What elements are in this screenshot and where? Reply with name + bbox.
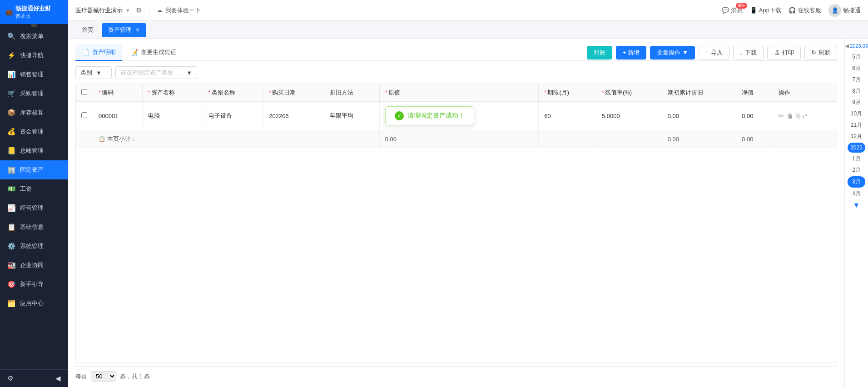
import-button[interactable]: ↑ 导入 xyxy=(699,46,729,60)
row-checkbox-cell xyxy=(76,102,93,130)
collapse-sidebar-icon[interactable]: ◀ xyxy=(55,374,61,382)
month-11[interactable]: 11月 xyxy=(845,119,868,131)
asset-category-select[interactable]: 请选择固定资产类别 ▼ xyxy=(115,66,197,79)
month-6[interactable]: 6月 xyxy=(845,63,868,74)
message-badge: 99+ xyxy=(736,3,747,9)
month-4[interactable]: 4月 xyxy=(845,188,868,199)
change-voucher-icon: 📝 xyxy=(130,49,138,56)
th-purchase-date: *购买日期 xyxy=(263,84,324,102)
subtotal-original-value: 0.00 xyxy=(379,130,539,148)
sidebar-item-apps[interactable]: 🗂️ 应用中心 xyxy=(0,294,68,313)
headset-icon: 🎧 xyxy=(789,7,796,14)
month-10[interactable]: 10月 xyxy=(845,108,868,119)
per-page-select[interactable]: 50 100 200 xyxy=(91,371,116,382)
sidebar-item-ledger[interactable]: 📒 总账管理 xyxy=(0,141,68,160)
fixed-icon: 🏢 xyxy=(7,166,15,174)
sidebar-item-label: 基础信息 xyxy=(20,223,44,231)
sidebar-item-label: 搜索菜单 xyxy=(20,32,44,40)
sidebar-item-operations[interactable]: 📈 经营管理 xyxy=(0,198,68,218)
timeline-down-btn[interactable]: ▼ xyxy=(851,199,862,211)
sidebar-item-inventory[interactable]: 📦 库存核算 xyxy=(0,103,68,122)
category-placeholder: 请选择固定资产类别 xyxy=(120,69,183,77)
enterprise-icon: 🏭 xyxy=(7,261,15,269)
row-residual-rate: 5.0000 xyxy=(596,102,662,130)
month-12[interactable]: 12月 xyxy=(845,131,868,142)
month-8[interactable]: 8月 xyxy=(845,85,868,97)
select-all-checkbox[interactable] xyxy=(81,89,87,95)
th-code: *编码 xyxy=(93,84,143,102)
sidebar-item-enterprise[interactable]: 🏭 企业协同 xyxy=(0,256,68,275)
sub-tab-asset-detail-label: 资产明细 xyxy=(92,48,116,56)
sidebar-item-search[interactable]: 🔍 搜索菜单 xyxy=(0,27,68,46)
row-name: 电脑 xyxy=(142,102,203,130)
month-1[interactable]: 1月 xyxy=(845,153,868,164)
settings-gear-icon[interactable]: ⚙ xyxy=(136,6,142,15)
delete-icon[interactable]: 🗑 xyxy=(787,112,793,119)
sidebar-item-label: 总账管理 xyxy=(20,147,44,155)
messages-btn[interactable]: 💬 消息 99+ xyxy=(722,6,743,15)
sidebar: 💼 畅捷通好业财 普及版 🔍 搜索菜单 ⚡ 快捷导航 📊 销售管理 🛒 采购管理… xyxy=(0,0,68,387)
sidebar-item-guide[interactable]: 🎯 新手引导 xyxy=(0,275,68,294)
batch-button[interactable]: 批量操作 ▼ xyxy=(650,46,695,60)
sidebar-item-fixed[interactable]: 🏢 固定资产 xyxy=(0,160,68,179)
row-checkbox[interactable] xyxy=(81,112,87,118)
success-toast: ✓ 清理固定资产成功！ xyxy=(385,106,474,125)
sidebar-item-sales[interactable]: 📊 销售管理 xyxy=(0,65,68,84)
sidebar-item-purchase[interactable]: 🛒 采购管理 xyxy=(0,84,68,103)
tab-close-icon[interactable]: ✕ xyxy=(135,27,140,33)
per-page-label: 每页 xyxy=(75,372,87,381)
timeline-collapse-btn[interactable]: ◀ xyxy=(845,43,849,49)
sidebar-item-system[interactable]: ⚙️ 系统管理 xyxy=(0,237,68,256)
sidebar-item-basic[interactable]: 📋 基础信息 xyxy=(0,218,68,237)
experience-icon: ☁ xyxy=(157,7,163,14)
app-download-btn[interactable]: 📱 App下载 xyxy=(750,6,781,15)
subtotal-empty-3 xyxy=(596,130,662,148)
user-profile-btn[interactable]: 👤 畅捷通 xyxy=(828,4,861,17)
app-logo: 💼 畅捷通好业财 普及版 xyxy=(0,0,68,24)
experience-btn[interactable]: ☁ 我要体验一下 xyxy=(157,6,201,15)
content-area: 📄 资产明细 📝 变更生成凭证 对账 + 新增 批量操作 ▼ xyxy=(68,39,868,387)
pagination-bar: 每页 50 100 200 条，共 1 条 xyxy=(75,366,837,382)
dropdown-icon: ▼ xyxy=(682,49,688,56)
refresh-button[interactable]: ↻ 刷新 xyxy=(804,46,837,60)
tab-asset-mgmt[interactable]: 资产管理 ✕ xyxy=(102,23,146,37)
month-7[interactable]: 7月 xyxy=(845,74,868,85)
tab-home[interactable]: 首页 xyxy=(75,23,100,37)
print-button[interactable]: 🖨 打印 xyxy=(767,46,801,60)
reconcile-button[interactable]: 对账 xyxy=(587,46,612,60)
phone-icon: 📱 xyxy=(750,7,757,14)
row-period: 60 xyxy=(539,102,596,130)
sidebar-item-capital[interactable]: 💰 资金管理 xyxy=(0,122,68,141)
row-category: 电子设备 xyxy=(203,102,263,130)
month-2[interactable]: 2月 xyxy=(845,164,868,176)
sub-tab-asset-detail[interactable]: 📄 资产明细 xyxy=(75,45,122,61)
subtotal-label: 📋 本页小计： xyxy=(93,130,380,148)
customer-service-btn[interactable]: 🎧 在线客服 xyxy=(789,6,821,15)
sidebar-item-quicknav[interactable]: ⚡ 快捷导航 xyxy=(0,46,68,65)
sidebar-item-label: 资金管理 xyxy=(20,128,44,136)
total-count-label: 条，共 1 条 xyxy=(120,372,150,381)
timeline-date: 2023.03 xyxy=(850,43,868,49)
settings-icon[interactable]: ⚙ xyxy=(7,374,13,382)
sidebar-item-label: 新手引导 xyxy=(20,280,44,288)
copy-icon[interactable]: ⎘ xyxy=(796,112,799,119)
th-category: *类别名称 xyxy=(203,84,263,102)
sub-tab-change-voucher[interactable]: 📝 变更生成凭证 xyxy=(124,45,183,61)
sidebar-item-wages[interactable]: 💵 工资 xyxy=(0,179,68,198)
divider xyxy=(149,6,149,15)
edit-icon[interactable]: ✏ xyxy=(779,112,784,119)
month-9[interactable]: 9月 xyxy=(845,97,868,108)
th-initial-depreciation: 期初累计折旧 xyxy=(662,84,736,102)
tab-asset-label: 资产管理 xyxy=(108,26,132,34)
th-checkbox xyxy=(76,84,93,102)
company-selector[interactable]: 医疗器械行业演示 ▼ xyxy=(75,6,130,15)
month-5[interactable]: 5月 xyxy=(845,51,868,63)
month-3-active[interactable]: 3月 xyxy=(848,176,865,188)
more-icon[interactable]: ⇄ xyxy=(802,112,808,119)
new-button[interactable]: + 新增 xyxy=(616,46,646,60)
year-2023[interactable]: 2023 xyxy=(848,143,865,153)
download-button[interactable]: ↓ 下载 xyxy=(733,46,764,60)
download-icon: ↓ xyxy=(740,49,743,56)
category-filter[interactable]: 类别 ▼ xyxy=(75,66,112,79)
filter-bar: 类别 ▼ 请选择固定资产类别 ▼ xyxy=(75,66,837,79)
